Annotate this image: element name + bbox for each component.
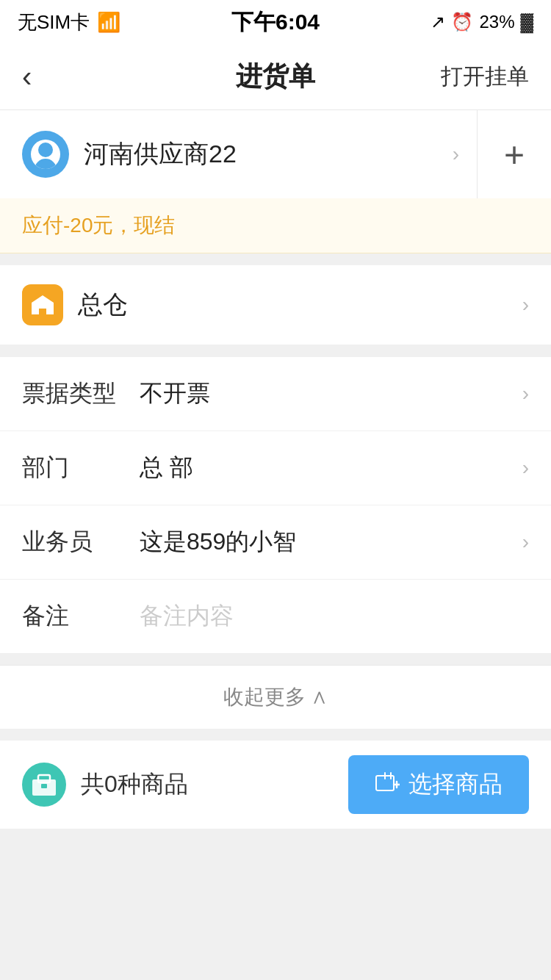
status-time: 下午6:04 — [231, 7, 320, 37]
avatar-body — [35, 159, 57, 169]
status-bar: 无SIM卡 📶 下午6:04 ↗ ⏰ 23% ▓ — [0, 0, 551, 44]
select-product-button[interactable]: 选择商品 — [348, 755, 529, 814]
nav-bar: ‹ 进货单 打开挂单 — [0, 44, 551, 110]
notice-bar: 应付-20元，现结 — [0, 198, 551, 253]
product-bar: 共0种商品 选择商品 — [0, 741, 551, 829]
supplier-section: 河南供应商22 › + — [0, 110, 551, 198]
salesperson-chevron-icon: › — [522, 530, 529, 554]
form-section: 票据类型 不开票 › 部门 总 部 › 业务员 这是859的小智 › 备注 备注… — [0, 357, 551, 653]
department-chevron-icon: › — [522, 456, 529, 480]
main-content: 河南供应商22 › + 应付-20元，现结 总仓 › 票据类型 不开票 › 部门 — [0, 110, 551, 980]
select-product-icon — [375, 771, 400, 799]
remark-row[interactable]: 备注 备注内容 — [0, 580, 551, 653]
page-title: 进货单 — [236, 59, 315, 95]
battery-icon: ▓ — [521, 12, 534, 32]
department-label: 部门 — [22, 452, 125, 484]
avatar-image — [31, 140, 60, 169]
select-product-label: 选择商品 — [408, 768, 503, 801]
salesperson-label: 业务员 — [22, 526, 125, 558]
salesperson-row[interactable]: 业务员 这是859的小智 › — [0, 505, 551, 580]
collapse-row[interactable]: 收起更多 ∧ — [0, 665, 551, 729]
avatar-head — [38, 143, 53, 157]
product-icon — [22, 763, 66, 807]
alarm-icon: ⏰ — [451, 12, 473, 32]
collapse-label: 收起更多 ∧ — [223, 683, 328, 711]
back-button[interactable]: ‹ — [22, 60, 66, 93]
location-icon: ↗ — [431, 12, 445, 32]
salesperson-value: 这是859的小智 — [125, 526, 522, 558]
invoice-type-row[interactable]: 票据类型 不开票 › — [0, 357, 551, 431]
warehouse-chevron-icon: › — [522, 293, 529, 317]
add-supplier-button[interactable]: + — [478, 110, 551, 198]
remark-label: 备注 — [22, 600, 125, 633]
warehouse-section: 总仓 › — [0, 265, 551, 345]
wifi-icon: 📶 — [97, 11, 120, 34]
invoice-type-value: 不开票 — [125, 378, 522, 410]
product-count-label: 共0种商品 — [81, 768, 348, 801]
carrier-text: 无SIM卡 — [18, 10, 90, 35]
open-pending-button[interactable]: 打开挂单 — [441, 62, 529, 92]
supplier-chevron-icon: › — [435, 143, 477, 166]
svg-rect-2 — [41, 784, 47, 788]
remark-value: 备注内容 — [125, 600, 529, 633]
status-left: 无SIM卡 📶 — [18, 10, 120, 35]
supplier-avatar — [22, 131, 69, 178]
invoice-type-chevron-icon: › — [522, 382, 529, 406]
background-fill — [0, 829, 551, 980]
notice-text: 应付-20元，现结 — [22, 214, 175, 237]
warehouse-row[interactable]: 总仓 › — [0, 265, 551, 345]
warehouse-icon — [22, 284, 63, 325]
supplier-row[interactable]: 河南供应商22 › — [0, 110, 478, 198]
status-right: ↗ ⏰ 23% ▓ — [431, 12, 533, 32]
invoice-type-label: 票据类型 — [22, 378, 125, 410]
warehouse-name: 总仓 — [78, 288, 522, 322]
battery-text: 23% — [479, 12, 514, 32]
department-value: 总 部 — [125, 452, 522, 484]
supplier-name: 河南供应商22 — [84, 137, 435, 171]
department-row[interactable]: 部门 总 部 › — [0, 431, 551, 505]
